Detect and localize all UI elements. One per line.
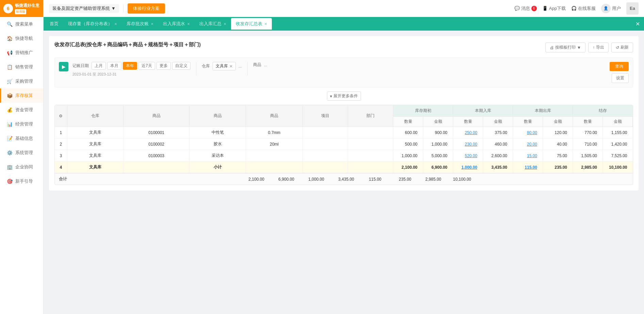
tab-close-inventory-dist[interactable]: ✕	[114, 22, 117, 26]
cell-code: 0100001	[123, 127, 189, 138]
date-btn-7days[interactable]: 近7天	[138, 62, 155, 70]
date-btn-last-month[interactable]: 上月	[92, 62, 106, 70]
date-btn-this-year[interactable]: 本年	[123, 62, 137, 70]
col-settings[interactable]: ⚙	[55, 105, 67, 127]
footer-open-qty: 2,100.00	[243, 177, 270, 182]
cell-bal-amt: 1,155.00	[603, 127, 633, 138]
tab-close-batch-ledger[interactable]: ✕	[151, 22, 153, 26]
trial-btn[interactable]: 体验行业方案	[128, 3, 165, 14]
date-btn-more[interactable]: 更多	[156, 62, 171, 70]
tab-bar-close-btn[interactable]: ✕	[633, 19, 643, 29]
sub-in-amt: 金额	[483, 117, 513, 127]
tab-home[interactable]: 首页	[45, 18, 63, 30]
data-table-wrapper: ⚙ 仓库 商品 商品 商品 项目 部门 库存期初 本期入库 本期出库 结存 数量	[54, 105, 633, 185]
query-btn[interactable]: 查询	[610, 62, 629, 71]
sidebar-item-basic-info[interactable]: 📝基础信息	[0, 131, 43, 146]
sidebar-icon-quick-nav: 🏠	[6, 36, 13, 41]
tab-close-inout-flow[interactable]: ✕	[187, 22, 190, 26]
sidebar-icon-sales: 📋	[6, 64, 13, 70]
export-btn[interactable]: ↑ 导出	[588, 43, 609, 52]
sidebar-item-system[interactable]: ⚙️系统管理	[0, 146, 43, 160]
in-qty-link[interactable]: 230.00	[465, 142, 477, 147]
header-right: 💬 消息 6 📱 App下载 🎧 在线客服 👤 用户 Ea	[514, 2, 639, 15]
tab-inventory-dist[interactable]: 现存量（库存分布表）✕	[63, 18, 122, 30]
sidebar-item-enterprise[interactable]: 🏢企业协同	[0, 160, 43, 174]
tab-close-recv-send-summary[interactable]: ✕	[264, 22, 267, 26]
cell-open-qty: 1,000.00	[393, 150, 423, 162]
in-qty-link[interactable]: 520.00	[465, 153, 477, 158]
user-btn[interactable]: 👤 用户	[601, 4, 621, 13]
sidebar-item-sales[interactable]: 📋销售管理	[0, 60, 43, 74]
cell-no: 2	[55, 138, 67, 150]
col-warehouse: 仓库	[67, 105, 123, 127]
warehouse-more-btn[interactable]: ...	[238, 64, 242, 69]
logo-area: 6 畅捷通好生意 标准版	[0, 0, 43, 17]
tab-recv-send-summary[interactable]: 收发存汇总表✕	[231, 18, 272, 30]
col-group-open: 库存期初	[393, 105, 453, 117]
sidebar-item-newbie[interactable]: 🎯新手引导	[0, 174, 43, 188]
subtotal-out-qty-link[interactable]: 115.00	[525, 165, 537, 170]
sidebar-item-operations[interactable]: 📊经营管理	[0, 117, 43, 131]
sidebar-icon-enterprise: 🏢	[6, 164, 13, 170]
goods-more-btn[interactable]: ...	[264, 63, 267, 67]
subtotal-open-qty: 2,100.00	[393, 162, 423, 173]
cell-project	[303, 150, 348, 162]
online-service-btn[interactable]: 🎧 在线客服	[571, 5, 596, 12]
tab-label-inventory-dist: 现存量（库存分布表）	[68, 21, 112, 27]
date-btn-custom[interactable]: 自定义	[172, 62, 191, 70]
sidebar-label-marketing: 营销推广	[15, 50, 33, 56]
sub-bal-amt: 金额	[603, 117, 633, 127]
printer-icon: 🖨	[550, 45, 554, 50]
tab-inout-summary[interactable]: 出入库汇总✕	[195, 18, 231, 30]
out-qty-link[interactable]: 20.00	[527, 142, 537, 147]
tab-inout-flow[interactable]: 出入库流水✕	[158, 18, 195, 30]
sidebar-icon-system: ⚙️	[6, 150, 13, 155]
subtotal-warehouse: 文具库	[67, 162, 123, 173]
out-qty-link[interactable]: 80.00	[527, 130, 537, 135]
cell-bal-qty: 770.00	[573, 127, 603, 138]
sidebar-item-inventory[interactable]: 📦库存核算	[0, 88, 43, 103]
cell-warehouse: 文具库	[67, 127, 123, 138]
messages-btn[interactable]: 💬 消息 6	[514, 5, 537, 12]
in-qty-link[interactable]: 250.00	[465, 130, 477, 135]
settings-btn[interactable]: 设置	[612, 73, 629, 83]
cell-no: 1	[55, 127, 67, 138]
sidebar-item-quick-nav[interactable]: 🏠快捷导航	[0, 31, 43, 46]
cell-out-qty: 20.00	[513, 138, 543, 150]
warehouse-label: 仓库	[202, 63, 210, 69]
header-divider	[123, 4, 123, 13]
sidebar-item-purchase[interactable]: 🛒采购管理	[0, 74, 43, 88]
print-btn[interactable]: 🖨 按模板打印 ▼	[545, 43, 585, 52]
out-qty-link[interactable]: 15.00	[527, 153, 537, 158]
date-btn-this-month[interactable]: 本月	[107, 62, 121, 70]
sidebar-label-inventory: 库存核算	[15, 93, 33, 99]
online-service-label: 在线客服	[578, 5, 596, 12]
app-download-btn[interactable]: 📱 App下载	[542, 5, 566, 12]
logo-tag: 标准版	[15, 9, 26, 14]
tab-close-inout-summary[interactable]: ✕	[224, 22, 226, 26]
cell-in-qty: 230.00	[453, 138, 483, 150]
cell-spec: 20ml	[246, 138, 302, 150]
tab-label-batch-ledger: 库存批次账	[127, 21, 149, 27]
expand-conditions-btn[interactable]: ▾ 展开更多条件	[327, 92, 361, 101]
subtotal-in-qty-link[interactable]: 1,000.00	[461, 165, 477, 170]
sidebar-item-finance[interactable]: 💰资金管理	[0, 103, 43, 117]
tab-batch-ledger[interactable]: 库存批次账✕	[122, 18, 158, 30]
sidebar-item-marketing[interactable]: 📢营销推广	[0, 46, 43, 60]
cell-code: 0100003	[123, 150, 189, 162]
cell-name: 采访本	[189, 150, 246, 162]
warehouse-tag-close[interactable]: ✕	[229, 64, 233, 69]
refresh-icon: ↺	[616, 45, 619, 50]
filter-divider-1	[196, 62, 196, 76]
logo-text: 畅捷通好生意 标准版	[15, 3, 39, 14]
subtotal-open-amt: 6,900.00	[423, 162, 453, 173]
system-selector[interactable]: 装备及固定资产辅助管理系统 ▼	[49, 4, 119, 13]
filter-toggle-btn[interactable]: ▶	[59, 62, 68, 71]
footer-label: 合计	[59, 176, 67, 182]
cell-open-qty: 500.00	[393, 138, 423, 150]
goods-filter: 商品 ...	[253, 62, 267, 68]
sidebar-item-search[interactable]: 🔍搜索菜单	[0, 17, 43, 31]
footer-in-amt: 3,435.00	[330, 177, 360, 182]
date-buttons: 上月 本月 本年 近7天 更多 自定义	[92, 62, 191, 70]
refresh-btn[interactable]: ↺ 刷新	[611, 43, 633, 52]
